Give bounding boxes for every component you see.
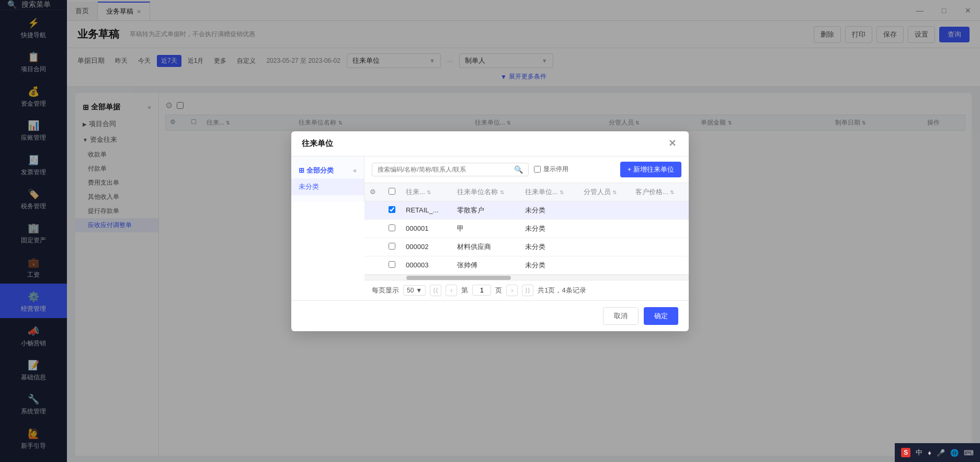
- left-panel-item-unclassified[interactable]: 未分类: [291, 178, 364, 195]
- cell-checkbox[interactable]: [383, 238, 401, 256]
- cell-code: 000001: [401, 219, 452, 238]
- sort-icon: ⇅: [500, 189, 504, 195]
- dialog-left-nav: ⊞ 全部分类 « 未分类: [291, 156, 364, 201]
- dialog-overlay: 往来单位 ✕ ⊞ 全部分类 « 未分类: [0, 0, 980, 462]
- col-manager[interactable]: 分管人员 ⇅: [578, 183, 630, 201]
- cell-settings: [364, 238, 383, 256]
- table-row[interactable]: 000001 甲 未分类: [364, 219, 689, 238]
- cell-name: 零散客户: [452, 201, 520, 219]
- cell-manager: [578, 256, 630, 274]
- tray-keyboard-icon[interactable]: ⌨: [964, 449, 974, 457]
- dialog-left-panel: ⊞ 全部分类 « 未分类: [291, 156, 364, 300]
- tray-s-icon[interactable]: S: [901, 448, 910, 457]
- col-name[interactable]: 往来单位名称 ⇅: [452, 183, 520, 201]
- cell-price: [630, 238, 689, 256]
- left-panel-header-label: 全部分类: [306, 166, 334, 175]
- per-page-select[interactable]: 50 ▼: [403, 285, 426, 296]
- dialog-header: 往来单位 ✕: [291, 131, 689, 156]
- cell-checkbox[interactable]: [383, 219, 401, 238]
- collapse-left-icon[interactable]: «: [353, 167, 357, 174]
- first-page-button[interactable]: ⟨⟨: [430, 285, 441, 296]
- system-tray: S 中 ♦ 🎤 🌐 ⌨: [895, 443, 980, 462]
- search-icon: 🔍: [514, 165, 523, 174]
- cell-code: RETAIL_...: [401, 201, 452, 219]
- col-checkbox: [383, 183, 401, 201]
- maximize-button[interactable]: □: [932, 1, 956, 20]
- table-scrollbar[interactable]: [364, 275, 689, 280]
- dialog-footer: 取消 确定: [291, 300, 689, 331]
- select-all-checkbox[interactable]: [389, 188, 395, 195]
- col-category[interactable]: 往来单位... ⇅: [520, 183, 578, 201]
- tray-lang-icon[interactable]: 中: [916, 448, 922, 457]
- page-number-input[interactable]: [472, 285, 491, 296]
- chevron-down-icon: ▼: [416, 287, 422, 294]
- close-button[interactable]: ✕: [956, 1, 980, 20]
- prev-page-button[interactable]: ‹: [446, 285, 457, 296]
- cell-code: 000003: [401, 256, 452, 274]
- cell-name: 甲: [452, 219, 520, 238]
- dialog-search-input[interactable]: [378, 166, 511, 173]
- left-panel-all-category[interactable]: ⊞ 全部分类 «: [291, 163, 364, 178]
- cell-manager: [578, 201, 630, 219]
- dialog-title: 往来单位: [302, 139, 333, 149]
- confirm-button[interactable]: 确定: [644, 307, 678, 325]
- dialog-right-panel: 🔍 显示停用 + 新增往来单位 ⚙: [364, 156, 689, 300]
- counterpart-dialog: 往来单位 ✕ ⊞ 全部分类 « 未分类: [291, 131, 689, 331]
- cell-category: 未分类: [520, 201, 578, 219]
- minimize-button[interactable]: —: [908, 1, 932, 20]
- cell-category: 未分类: [520, 219, 578, 238]
- col-price[interactable]: 客户价格... ⇅: [630, 183, 689, 201]
- add-counterpart-button[interactable]: + 新增往来单位: [620, 162, 681, 177]
- cell-settings: [364, 201, 383, 219]
- table-row[interactable]: 000002 材料供应商 未分类: [364, 238, 689, 256]
- dialog-toolbar: 🔍 显示停用 + 新增往来单位: [364, 156, 689, 183]
- cell-checkbox[interactable]: [383, 201, 401, 219]
- tray-globe-icon[interactable]: 🌐: [950, 449, 959, 457]
- cell-price: [630, 201, 689, 219]
- cancel-button[interactable]: 取消: [603, 307, 639, 325]
- dialog-pagination: 每页显示 50 ▼ ⟨⟨ ‹ 第 页 › ⟩⟩ 共1页，4条记录: [364, 280, 689, 300]
- cell-name: 材料供应商: [452, 238, 520, 256]
- page-label-suffix: 页: [495, 286, 502, 295]
- per-page-label: 每页显示: [372, 286, 399, 295]
- sort-icon: ⇅: [427, 189, 431, 195]
- show-disabled-toggle[interactable]: 显示停用: [534, 165, 568, 174]
- cell-name: 张帅傅: [452, 256, 520, 274]
- cell-category: 未分类: [520, 238, 578, 256]
- sort-icon: ⇅: [670, 189, 674, 195]
- sort-icon: ⇅: [560, 189, 564, 195]
- cell-manager: [578, 219, 630, 238]
- page-label-prefix: 第: [461, 286, 468, 295]
- per-page-value: 50: [407, 287, 414, 294]
- cell-checkbox[interactable]: [383, 256, 401, 274]
- sort-icon: ⇅: [612, 189, 617, 195]
- dialog-body: ⊞ 全部分类 « 未分类 🔍: [291, 156, 689, 300]
- show-disabled-checkbox[interactable]: [534, 166, 541, 173]
- dialog-table: ⚙ 往来... ⇅ 往来单位名称 ⇅ 往来单位... ⇅ 分管人员 ⇅ 客户价格…: [364, 183, 689, 275]
- col-settings: ⚙: [364, 183, 383, 201]
- cell-settings: [364, 256, 383, 274]
- total-info: 共1页，4条记录: [538, 286, 586, 295]
- left-panel-item-label: 未分类: [299, 183, 319, 190]
- last-page-button[interactable]: ⟩⟩: [522, 285, 533, 296]
- grid-icon: ⊞: [299, 166, 304, 174]
- dialog-search-box[interactable]: 🔍: [372, 163, 529, 176]
- tray-star-icon[interactable]: ♦: [928, 449, 931, 457]
- cell-manager: [578, 238, 630, 256]
- dialog-close-button[interactable]: ✕: [666, 137, 678, 150]
- table-row[interactable]: RETAIL_... 零散客户 未分类: [364, 201, 689, 219]
- col-code[interactable]: 往来... ⇅: [401, 183, 452, 201]
- settings-icon[interactable]: ⚙: [370, 188, 376, 196]
- cell-category: 未分类: [520, 256, 578, 274]
- cell-price: [630, 256, 689, 274]
- cell-settings: [364, 219, 383, 238]
- cell-price: [630, 219, 689, 238]
- cell-code: 000002: [401, 238, 452, 256]
- table-header-row: ⚙ 往来... ⇅ 往来单位名称 ⇅ 往来单位... ⇅ 分管人员 ⇅ 客户价格…: [364, 183, 689, 201]
- show-disabled-label: 显示停用: [543, 165, 568, 174]
- window-controls: — □ ✕: [908, 0, 980, 21]
- next-page-button[interactable]: ›: [506, 285, 518, 296]
- tray-mic-icon[interactable]: 🎤: [937, 449, 945, 457]
- scrollbar-thumb[interactable]: [406, 276, 511, 280]
- table-row[interactable]: 000003 张帅傅 未分类: [364, 256, 689, 274]
